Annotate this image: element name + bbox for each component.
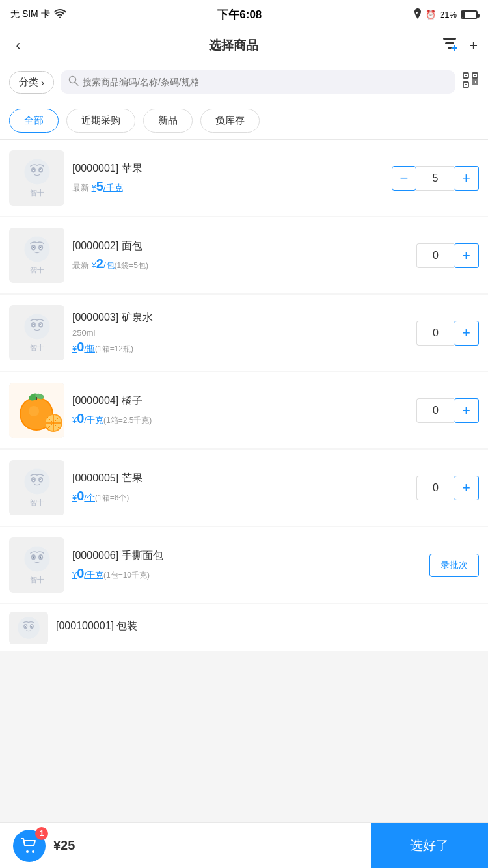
status-right: ⏰ 21% (414, 8, 478, 21)
quantity-control: + (416, 321, 479, 346)
batch-button[interactable]: 录批次 (429, 554, 479, 577)
extra-info: (1箱=6个) (95, 493, 129, 502)
svg-line-6 (75, 83, 79, 86)
confirm-button[interactable]: 选好了 (371, 823, 488, 868)
svg-point-72 (26, 850, 29, 853)
svg-point-30 (40, 247, 41, 248)
svg-point-64 (40, 556, 41, 558)
bottom-bar: 1 ¥25 选好了 (0, 822, 488, 868)
price-currency: ¥ (92, 260, 96, 270)
quantity-input[interactable] (416, 398, 454, 423)
quantity-input[interactable] (416, 476, 454, 500)
nav-actions: + (442, 36, 478, 55)
price-unit: /千克 (103, 183, 123, 193)
back-button[interactable]: ‹ (10, 32, 25, 59)
brand-label: 智十 (30, 188, 44, 198)
svg-point-22 (33, 169, 34, 170)
product-image-placeholder: 智十 (9, 150, 64, 206)
svg-point-23 (40, 169, 41, 170)
page-title: 选择商品 (209, 37, 258, 54)
search-box (61, 70, 455, 94)
product-info: [0000006] 手撕面包 ¥0/千克(1包=10千克) (64, 549, 429, 581)
product-info: [0000004] 橘子 ¥0/千克(1箱=2.5千克) (64, 394, 416, 426)
svg-point-17 (24, 159, 49, 184)
price-latest-label: 最新 (72, 260, 92, 270)
battery-icon (461, 10, 478, 19)
cart-section: 1 ¥25 (0, 830, 371, 862)
svg-point-71 (31, 626, 32, 627)
search-icon (68, 75, 79, 88)
tab-all[interactable]: 全部 (9, 109, 59, 133)
svg-rect-0 (443, 38, 456, 40)
status-bar: 无 SIM 卡 下午6:08 ⏰ 21% (0, 0, 488, 29)
product-image-placeholder: 智十 (9, 537, 64, 593)
tab-new[interactable]: 新品 (143, 109, 193, 133)
price-unit: /包 (103, 260, 115, 270)
scan-icon[interactable] (462, 72, 479, 92)
product-info: [0000002] 面包 最新 ¥2/包(1袋=5包) (64, 239, 416, 271)
price-number: 0 (77, 340, 84, 354)
brand-label: 智十 (30, 498, 44, 508)
brand-label: 智十 (30, 343, 44, 353)
filter-bar: 分类 › (0, 62, 488, 102)
increase-button[interactable]: + (454, 476, 479, 500)
list-item: [0000004] 橘子 ¥0/千克(1箱=2.5千克) + (0, 372, 488, 448)
product-list: 智十 [0000001] 苹果 最新 ¥5/千克 − + (0, 140, 488, 651)
nav-bar: ‹ 选择商品 + (0, 29, 488, 62)
svg-point-31 (24, 314, 49, 339)
product-price: ¥0/个(1箱=6个) (72, 489, 409, 504)
status-time: 下午6:08 (217, 7, 262, 22)
filter-icon[interactable] (442, 36, 457, 55)
alarm-icon: ⏰ (426, 10, 436, 20)
add-button[interactable]: + (469, 37, 478, 54)
tab-recent[interactable]: 近期采购 (66, 109, 135, 133)
product-spec: 250ml (72, 328, 409, 338)
list-item: 智十 [0000006] 手撕面包 ¥0/千克(1包=10千克) 录批次 (0, 527, 488, 603)
svg-rect-11 (474, 75, 476, 76)
search-input[interactable] (83, 77, 448, 87)
list-item-partial: [000100001] 包装 (0, 604, 488, 651)
battery-percent: 21% (440, 10, 457, 20)
price-unit: /千克 (84, 570, 103, 580)
svg-point-57 (40, 479, 41, 480)
status-left: 无 SIM 卡 (10, 8, 66, 20)
product-price: ¥0/瓶(1箱=12瓶) (72, 340, 409, 355)
product-price: 最新 ¥5/千克 (72, 179, 384, 194)
wifi-icon (54, 9, 66, 20)
price-currency: ¥ (92, 183, 96, 193)
product-image-placeholder: 智十 (9, 305, 64, 360)
price-latest-label: 最新 (72, 183, 92, 193)
quantity-control: + (416, 243, 479, 268)
cart-total: ¥25 (53, 838, 75, 853)
quantity-input[interactable] (416, 166, 454, 191)
category-button[interactable]: 分类 › (9, 71, 54, 94)
svg-point-63 (33, 556, 34, 558)
increase-button[interactable]: + (454, 243, 479, 268)
svg-point-29 (33, 247, 34, 248)
tab-negative[interactable]: 负库存 (200, 109, 260, 133)
product-price: ¥0/千克(1包=10千克) (72, 566, 422, 581)
tabs-bar: 全部 近期采购 新品 负库存 (0, 102, 488, 140)
product-name: [0000002] 面包 (72, 239, 409, 253)
svg-rect-1 (445, 42, 454, 44)
quantity-control: − + (392, 166, 479, 191)
increase-button[interactable]: + (454, 166, 479, 191)
extra-info: (1包=10千克) (103, 571, 150, 580)
product-image (9, 383, 64, 438)
price-unit: /瓶 (84, 344, 95, 353)
decrease-button[interactable]: − (392, 166, 416, 191)
brand-label: 智十 (30, 575, 44, 585)
quantity-input[interactable] (416, 321, 454, 346)
extra-info: (1袋=5包) (115, 261, 148, 270)
cart-button[interactable]: 1 (13, 830, 46, 862)
list-item: 智十 [0000002] 面包 最新 ¥2/包(1袋=5包) + (0, 217, 488, 293)
product-info: [000100001] 包装 (48, 619, 479, 636)
quantity-input[interactable] (416, 243, 454, 268)
increase-button[interactable]: + (454, 398, 479, 423)
product-name: [0000003] 矿泉水 (72, 311, 409, 325)
carrier-label: 无 SIM 卡 (10, 8, 50, 20)
product-image-placeholder (9, 612, 48, 644)
increase-button[interactable]: + (454, 321, 479, 346)
product-name: [0000005] 芒果 (72, 472, 409, 485)
price-number: 0 (77, 411, 84, 426)
